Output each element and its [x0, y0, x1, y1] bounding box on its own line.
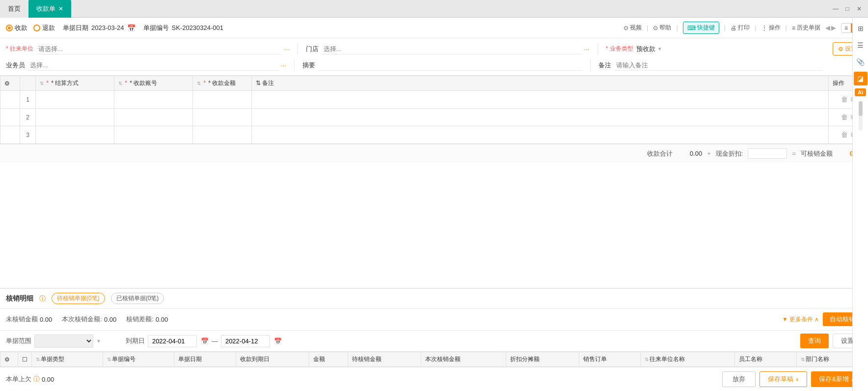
due-date-to-input[interactable]: [221, 335, 270, 347]
right-sidebar: ⊞ ☰ 📎 ◪ Ai: [852, 18, 868, 391]
store-more-icon[interactable]: ···: [584, 45, 590, 53]
number-label: 单据编号: [143, 24, 169, 32]
bottom-info-icon[interactable]: ⓘ: [33, 375, 40, 384]
operation-button[interactable]: ⋮ 操作: [761, 24, 781, 32]
range-select[interactable]: [34, 335, 93, 348]
view-list-button[interactable]: ≡: [841, 24, 851, 32]
available-label: 可核销金额: [801, 149, 833, 158]
bottom-stat: 本单上欠 ⓘ 0.00: [6, 375, 54, 384]
sidebar-expand-icon[interactable]: ◪: [854, 72, 868, 85]
reconcile-stats: 未核销金额 0.00 本次核销金额: 0.00 核销差额: 0.00 ▼ 更多条…: [0, 308, 868, 331]
settle-sort-icon: ⇅: [40, 81, 44, 86]
row2-amount[interactable]: [193, 109, 252, 126]
row1-amount[interactable]: [193, 91, 252, 109]
memo-input[interactable]: [614, 60, 823, 71]
sep2: |: [676, 24, 678, 31]
settings-icon: ⚙: [4, 80, 10, 87]
row2-delete-icon[interactable]: 🗑: [841, 113, 848, 121]
amount-sort-icon: ⇅: [197, 81, 201, 86]
summary-label: 摘要: [302, 61, 315, 70]
counter-party-input[interactable]: [36, 44, 282, 55]
col-account-header: ⇅ * * 收款账号: [114, 76, 193, 91]
prev-arrow[interactable]: ◀: [825, 24, 830, 31]
counter-party-more-icon[interactable]: ···: [284, 45, 290, 53]
operation-label: 操作: [769, 24, 781, 32]
help-button[interactable]: ⊙ 帮助: [653, 24, 671, 32]
rcol-pending: 待核销金额: [348, 352, 421, 367]
equals-sign: =: [792, 150, 796, 157]
row1-remark[interactable]: [252, 91, 829, 109]
row3-remark[interactable]: [252, 126, 829, 144]
store-input[interactable]: [322, 44, 582, 55]
pending-tag-button[interactable]: 待核销单据(0笔): [52, 293, 105, 304]
video-button[interactable]: ⊙ 视频: [624, 24, 642, 32]
shortcut-button[interactable]: ⌨ 快捷键: [683, 22, 719, 34]
due-date-field: 到期日 📅 — 📅: [126, 335, 282, 347]
sidebar-table-icon[interactable]: ⊞: [854, 22, 868, 35]
date-calendar-icon[interactable]: 📅: [127, 24, 136, 32]
rcol-amount: 金额: [309, 352, 348, 367]
tab-receipt[interactable]: 收款单 ✕: [28, 0, 71, 18]
rcol-settings[interactable]: ⚙: [0, 352, 18, 367]
form-section: * 往来单位 ··· 门店 ··· * 业务类型 预收款 ▼ ⚙ 设置: [0, 38, 868, 76]
salesperson-more-icon[interactable]: ···: [280, 61, 286, 69]
settings-gear-icon: ⚙: [838, 46, 843, 53]
sidebar-list-icon[interactable]: ☰: [854, 38, 868, 52]
row1-account[interactable]: [114, 91, 193, 109]
remark-icon: ⇅: [256, 80, 261, 86]
row2-settle[interactable]: [36, 109, 114, 126]
sep1: |: [647, 24, 648, 31]
row2-account[interactable]: [114, 109, 193, 126]
reconcile-info-icon[interactable]: ⓘ: [39, 294, 46, 303]
salesperson-input[interactable]: [28, 60, 278, 71]
refund-radio-label: 退款: [42, 24, 55, 32]
minimize-button[interactable]: —: [832, 5, 840, 13]
row3-settle[interactable]: [36, 126, 114, 144]
tab-close-icon[interactable]: ✕: [58, 5, 63, 12]
reconcile-title: 核销明细: [6, 294, 33, 303]
scrollbar-thumb[interactable]: [859, 101, 863, 116]
close-button[interactable]: ✕: [855, 5, 863, 13]
query-button[interactable]: 查询: [800, 334, 829, 348]
reconcile-section: 核销明细 ⓘ 待核销单据(0笔) 已核销单据(0笔) 未核销金额 0.00 本次…: [0, 288, 868, 367]
next-arrow[interactable]: ▶: [831, 24, 836, 31]
row1-delete-icon[interactable]: 🗑: [841, 95, 848, 104]
row2-remark[interactable]: [252, 109, 829, 126]
history-button[interactable]: ≡ 历史单据: [792, 24, 820, 32]
print-button[interactable]: 🖨 打印: [731, 24, 750, 32]
date-from-calendar-icon[interactable]: 📅: [201, 337, 209, 345]
row3-delete-icon[interactable]: 🗑: [841, 131, 848, 139]
sidebar-attach-icon[interactable]: 📎: [854, 55, 868, 69]
due-date-from-input[interactable]: [148, 335, 197, 347]
ai-badge[interactable]: Ai: [855, 88, 866, 96]
save-new-label: 保存&新增: [819, 375, 849, 384]
store-label: 门店: [306, 45, 319, 54]
maximize-button[interactable]: □: [843, 5, 851, 13]
form-row-1: * 往来单位 ··· 门店 ··· * 业务类型 预收款 ▼ ⚙ 设置: [6, 42, 862, 56]
row3-amount[interactable]: [193, 126, 252, 144]
business-type-value: 预收款: [636, 45, 655, 54]
done-tag-button[interactable]: 已核销单据(0笔): [111, 293, 164, 304]
summary-input[interactable]: [318, 60, 583, 71]
due-date-label: 到期日: [126, 336, 145, 345]
rcol-checkbox[interactable]: ☐: [18, 352, 32, 367]
receipt-radio[interactable]: 收款: [6, 24, 27, 32]
abandon-label: 放弃: [732, 375, 745, 383]
tab-home[interactable]: 首页: [0, 0, 28, 18]
history-label: 历史单据: [797, 24, 820, 32]
save-draft-button[interactable]: 保存草稿 ∧: [760, 371, 807, 387]
discount-input[interactable]: [748, 148, 787, 159]
more-conditions-button[interactable]: ▼ 更多条件 ∧: [782, 315, 819, 324]
sep3: |: [724, 24, 726, 31]
date-to-calendar-icon[interactable]: 📅: [274, 337, 282, 345]
business-type-chevron[interactable]: ▼: [657, 46, 662, 52]
total-value: 0.00: [678, 150, 702, 157]
number-field: 单据编号 SK-20230324-001: [143, 24, 224, 32]
refund-radio[interactable]: 退款: [33, 24, 55, 32]
row3-account[interactable]: [114, 126, 193, 144]
abandon-button[interactable]: 放弃: [722, 371, 756, 387]
bottom-right-buttons: 放弃 保存草稿 ∧ 保存&新增 ∧: [722, 371, 862, 387]
col-settings-header[interactable]: ⚙: [0, 76, 20, 91]
col-amount-label: * 收款金额: [208, 80, 236, 86]
row1-settle[interactable]: [36, 91, 114, 109]
